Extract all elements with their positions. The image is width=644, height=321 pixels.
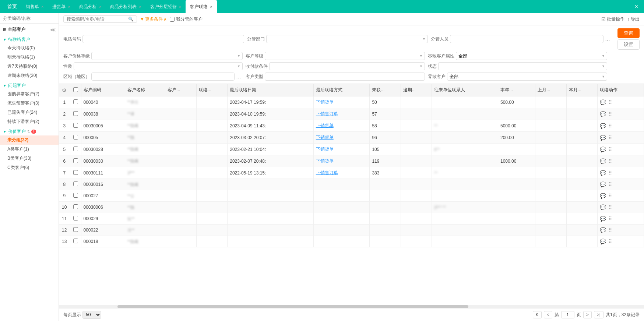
tab-product-analysis[interactable]: 商品分析 × — [75, 0, 106, 13]
message-action-icon[interactable]: 💬 — [600, 111, 606, 117]
message-action-icon[interactable]: 💬 — [600, 239, 606, 244]
filter-search-icon[interactable]: 🔍 — [128, 17, 134, 22]
message-action-icon[interactable]: 💬 — [600, 193, 606, 199]
tab-purchase-order[interactable]: 进货单 × — [48, 0, 74, 13]
more-action-icon[interactable]: ⠿ — [608, 123, 612, 129]
all-customers-header[interactable]: ⊞ 全部客户 ≪ — [0, 24, 59, 34]
message-action-icon[interactable]: 💬 — [600, 147, 606, 152]
last-method-link[interactable]: 下销货单 — [316, 123, 334, 128]
close-customer-contact[interactable]: × — [210, 4, 212, 9]
field-region-input[interactable] — [91, 73, 235, 81]
message-action-icon[interactable]: 💬 — [600, 99, 606, 105]
field-dept-select[interactable] — [266, 35, 428, 43]
sidebar-item-ungrouped[interactable]: 未分组(32) — [0, 135, 59, 145]
group-pending-contact[interactable]: ▼ 待联络客户 — [0, 34, 59, 43]
sidebar-item-tomorrow[interactable]: 明天待联络(1) — [0, 53, 59, 62]
close-customer-segment[interactable]: × — [179, 4, 181, 9]
more-action-icon[interactable]: ⠿ — [608, 227, 612, 233]
group-value-customers[interactable]: ▼ 价值客户 ↻ ! — [0, 126, 59, 135]
my-customers-checkbox-input[interactable] — [170, 17, 175, 22]
scrollbar-thumb[interactable] — [117, 305, 468, 308]
last-method-link[interactable]: 下销货单 — [316, 158, 334, 163]
last-page-btn[interactable]: >| — [594, 311, 603, 318]
more-action-icon[interactable]: ⠿ — [608, 193, 612, 199]
close-sales-order[interactable]: × — [41, 4, 43, 9]
batch-op-btn[interactable]: ☑ 批量操作 — [601, 16, 624, 22]
region-dots-btn[interactable]: … — [235, 74, 243, 80]
home-tab[interactable]: 首页 — [3, 3, 21, 10]
message-action-icon[interactable]: 💬 — [600, 227, 606, 233]
sidebar-item-today[interactable]: 今天待联络(0) — [0, 43, 59, 53]
sidebar-item-class-a[interactable]: A类客户(1) — [0, 145, 59, 154]
my-customers-checkbox[interactable]: 我分管的客户 — [170, 16, 203, 22]
field-manager-input[interactable] — [450, 35, 603, 43]
field-status-select[interactable] — [438, 62, 607, 70]
field-payment-select[interactable] — [269, 62, 425, 70]
sidebar-item-overdue[interactable]: 逾期未联络(30) — [0, 71, 59, 80]
more-action-icon[interactable]: ⠿ — [608, 204, 612, 210]
field-sparse-customer-select[interactable]: 全部 — [447, 73, 607, 81]
close-product-analysis-list[interactable]: × — [139, 4, 141, 9]
tab-customer-contact[interactable]: 客户联络 × — [186, 0, 217, 13]
more-action-icon[interactable]: ⠿ — [608, 135, 612, 141]
field-price-level-select[interactable] — [91, 52, 243, 60]
message-action-icon[interactable]: 💬 — [600, 123, 606, 129]
query-btn[interactable]: 查询 — [617, 28, 640, 38]
tab-sales-order[interactable]: 销售单 × — [21, 0, 48, 13]
more-action-icon[interactable]: ⠿ — [608, 170, 612, 176]
close-window-btn[interactable]: × — [632, 3, 641, 10]
filter-search-input[interactable] — [67, 17, 128, 22]
next-page-btn[interactable]: > — [583, 311, 592, 318]
sidebar-item-churn-warning[interactable]: 流失预警客户(3) — [0, 99, 59, 108]
message-action-icon[interactable]: 💬 — [600, 158, 606, 164]
field-sparse-attr-select[interactable]: 全部 — [456, 52, 607, 60]
field-phone-input[interactable] — [82, 35, 244, 43]
more-action-icon[interactable]: ⠿ — [608, 111, 612, 117]
manager-dots-btn[interactable]: … — [603, 36, 612, 42]
select-all-checkbox[interactable] — [73, 87, 78, 92]
field-customer-level-select[interactable] — [265, 52, 425, 60]
more-action-icon[interactable]: ⠿ — [608, 99, 612, 105]
refresh-value-icon[interactable]: ↻ — [27, 129, 31, 134]
tab-product-analysis-list[interactable]: 商品分析列表 × — [106, 0, 145, 13]
field-customer-type-input[interactable] — [265, 73, 425, 81]
page-input[interactable] — [561, 311, 574, 318]
last-method-link[interactable]: 下销货单 — [316, 147, 334, 152]
sidebar-item-churned[interactable]: 已流失客户(24) — [0, 108, 59, 117]
sidebar-item-class-c[interactable]: C类客户(6) — [0, 163, 59, 172]
close-purchase-order[interactable]: × — [68, 4, 70, 9]
message-action-icon[interactable]: 💬 — [600, 181, 606, 187]
sidebar-item-7days[interactable]: 近7天待联络(0) — [0, 62, 59, 71]
more-action-icon[interactable]: ⠿ — [608, 239, 612, 244]
export-btn[interactable]: ↑ 导出 — [627, 16, 640, 22]
sidebar-search-input[interactable] — [3, 16, 58, 21]
field-nature-select[interactable] — [74, 62, 243, 70]
last-method-link[interactable]: 下销售订单 — [316, 111, 338, 116]
more-action-icon[interactable]: ⠿ — [608, 181, 612, 187]
more-action-icon[interactable]: ⠿ — [608, 147, 612, 152]
sidebar-item-declining[interactable]: 持续下滑客户(2) — [0, 117, 59, 126]
col-type: 客户... — [165, 84, 196, 96]
last-method-link[interactable]: 下销货单 — [316, 99, 334, 105]
message-action-icon[interactable]: 💬 — [600, 216, 606, 222]
table-scrollbar[interactable] — [59, 305, 644, 308]
sidebar-item-hoarding[interactable]: 囤购异常客户(2) — [0, 89, 59, 99]
group-problem-customers[interactable]: ▼ 问题客户 — [0, 80, 59, 89]
sidebar-item-class-b[interactable]: B类客户(33) — [0, 154, 59, 163]
reset-btn[interactable]: 设置 — [617, 39, 640, 50]
more-action-icon[interactable]: ⠿ — [608, 216, 612, 222]
message-action-icon[interactable]: 💬 — [600, 170, 606, 176]
collapse-sidebar-btn[interactable]: ≪ — [50, 27, 56, 33]
last-method-link[interactable]: 下销货单 — [316, 135, 334, 140]
tab-customer-segment[interactable]: 客户分层经营 × — [146, 0, 186, 13]
per-page-select[interactable]: 50 100 — [82, 311, 101, 319]
message-action-icon[interactable]: 💬 — [600, 204, 606, 210]
table-settings-icon[interactable]: ⚙ — [62, 87, 67, 93]
prev-page-btn[interactable]: < — [544, 311, 552, 318]
last-method-link[interactable]: 下销售订单 — [316, 170, 338, 175]
first-page-btn[interactable]: K — [533, 311, 542, 318]
message-action-icon[interactable]: 💬 — [600, 135, 606, 141]
more-conditions-btn[interactable]: ▼ 更多条件 ∧ — [140, 16, 167, 22]
more-action-icon[interactable]: ⠿ — [608, 158, 612, 164]
close-product-analysis[interactable]: × — [99, 4, 101, 9]
